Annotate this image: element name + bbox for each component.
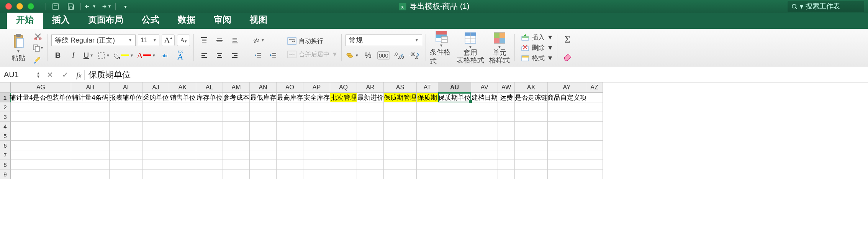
column-header-AQ[interactable]: AQ [330,82,357,93]
cell-AN5[interactable] [250,131,277,141]
column-header-AS[interactable]: AS [384,82,417,93]
column-header-AP[interactable]: AP [303,82,330,93]
save-icon[interactable] [65,2,77,11]
accept-formula-button[interactable]: ✓ [57,70,73,79]
cell-AK9[interactable] [169,170,196,179]
tab-home[interactable]: 开始 [7,12,43,29]
cell-AU4[interactable] [438,122,471,131]
cell-AH3[interactable] [71,112,110,122]
column-header-AN[interactable]: AN [250,82,277,93]
cell-AZ8[interactable] [586,160,603,170]
row-header-9[interactable]: 9 [0,170,11,179]
cell-AH9[interactable] [71,170,110,179]
row-header-3[interactable]: 3 [0,112,11,122]
cell-AI2[interactable] [110,102,142,112]
column-header-AL[interactable]: AL [196,82,223,93]
paste-button[interactable]: ▼ 粘贴 [7,33,30,63]
row-header-1[interactable]: 1 [0,93,11,102]
autosum-button[interactable]: Σ [561,34,574,45]
delete-cells-button[interactable]: 删除▼ [521,43,554,52]
cell-AX4[interactable] [515,122,548,131]
tab-insert[interactable]: 插入 [43,12,79,29]
cell-AH8[interactable] [71,160,110,170]
cell-AI4[interactable] [110,122,142,131]
align-left-button[interactable] [198,50,211,61]
cell-AM3[interactable] [223,112,250,122]
cell-AT7[interactable] [417,150,438,160]
name-box[interactable]: ▲▼ [0,67,42,82]
column-header-AW[interactable]: AW [498,82,515,93]
align-top-button[interactable] [198,35,211,46]
cell-AQ3[interactable] [330,112,357,122]
cell-AV8[interactable] [471,160,498,170]
cell-AU3[interactable] [438,112,471,122]
row-header-2[interactable]: 2 [0,102,11,112]
minimize-window-button[interactable] [16,3,23,10]
tab-review[interactable]: 审阅 [205,12,241,29]
cell-AX5[interactable] [515,131,548,141]
fill-color-button[interactable]: ▼ [113,50,134,61]
column-header-AK[interactable]: AK [169,82,196,93]
cell-AO6[interactable] [277,141,303,150]
clear-button[interactable] [561,51,574,62]
cell-styles-button[interactable]: ▼ 单元 格样式 [488,31,511,64]
column-header-AY[interactable]: AY [548,82,586,93]
cell-AX8[interactable] [515,160,548,170]
cell-AZ3[interactable] [586,112,603,122]
cell-AP2[interactable] [303,102,330,112]
cell-AG8[interactable] [11,160,71,170]
cell-AO1[interactable]: 最高库存 [277,93,303,102]
cell-AN4[interactable] [250,122,277,131]
format-as-table-button[interactable]: ▼ 套用 表格格式 [459,31,482,64]
cell-AU7[interactable] [438,150,471,160]
search-box[interactable]: ▾ [788,1,864,12]
cell-AP6[interactable] [303,141,330,150]
cell-AP9[interactable] [303,170,330,179]
cell-AG1[interactable]: 辅计量4是否包装单位 [11,93,71,102]
row-header-8[interactable]: 8 [0,160,11,170]
cell-AK6[interactable] [169,141,196,150]
cell-AP5[interactable] [303,131,330,141]
cell-AY7[interactable] [548,150,586,160]
cell-AV2[interactable] [471,102,498,112]
cell-AG9[interactable] [11,170,71,179]
cell-AJ1[interactable]: 采购单位 [142,93,169,102]
cell-AQ6[interactable] [330,141,357,150]
align-center-button[interactable] [213,50,226,61]
cell-AT4[interactable] [417,122,438,131]
cell-AI9[interactable] [110,170,142,179]
column-header-AZ[interactable]: AZ [586,82,603,93]
cell-AR6[interactable] [357,141,384,150]
cell-AQ7[interactable] [330,150,357,160]
cell-AV4[interactable] [471,122,498,131]
cell-AP7[interactable] [303,150,330,160]
cell-AS4[interactable] [384,122,417,131]
cell-AL3[interactable] [196,112,223,122]
cell-AZ2[interactable] [586,102,603,112]
insert-cells-button[interactable]: 插入▼ [521,33,554,42]
row-header-6[interactable]: 6 [0,141,11,150]
cell-AO2[interactable] [277,102,303,112]
cell-AJ4[interactable] [142,122,169,131]
font-family-select[interactable]: 等线 Regular (正文) ▼ [51,35,136,46]
cell-AH1[interactable]: 辅计量4条码 [71,93,110,102]
column-header-AG[interactable]: AG [11,82,71,93]
cell-AN7[interactable] [250,150,277,160]
cell-AR9[interactable] [357,170,384,179]
cell-AR3[interactable] [357,112,384,122]
column-header-AU[interactable]: AU [438,82,471,93]
column-header-AM[interactable]: AM [223,82,250,93]
number-format-select[interactable]: 常规 ▼ [346,35,422,46]
cell-AR4[interactable] [357,122,384,131]
cell-AM7[interactable] [223,150,250,160]
cell-AL2[interactable] [196,102,223,112]
cell-AU9[interactable] [438,170,471,179]
cell-AP3[interactable] [303,112,330,122]
cell-AU8[interactable] [438,160,471,170]
cell-AG5[interactable] [11,131,71,141]
cell-AZ4[interactable] [586,122,603,131]
cell-AY2[interactable] [548,102,586,112]
cell-AG4[interactable] [11,122,71,131]
column-header-AR[interactable]: AR [357,82,384,93]
cell-AH4[interactable] [71,122,110,131]
